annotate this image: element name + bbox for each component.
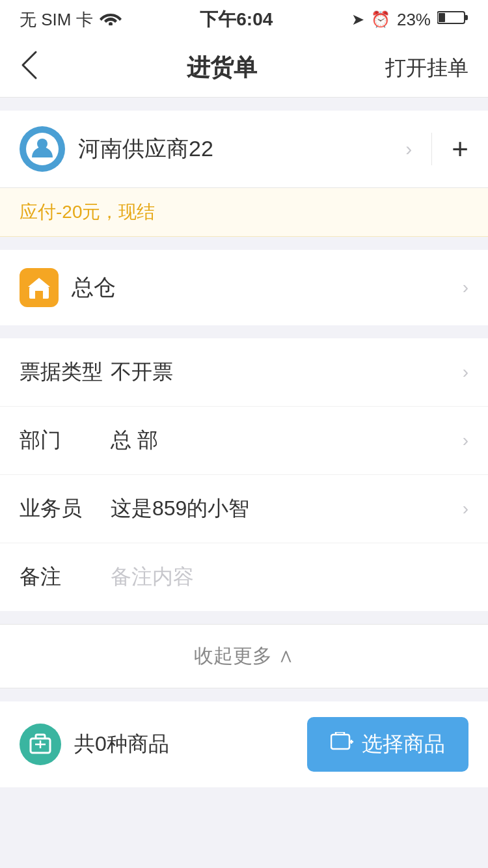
notice-bar: 应付-20元，现结	[0, 188, 488, 237]
product-count-label: 共0种商品	[74, 730, 294, 759]
department-value: 总 部	[111, 426, 463, 455]
select-product-button[interactable]: 选择商品	[307, 717, 468, 772]
supplier-name: 河南供应商22	[78, 134, 405, 164]
battery-icon	[437, 10, 468, 30]
department-chevron-icon: ›	[463, 430, 468, 451]
status-left: 无 SIM 卡	[20, 8, 122, 31]
svg-rect-11	[331, 735, 349, 749]
page-title: 进货单	[187, 52, 257, 84]
form-row-remark[interactable]: 备注 备注内容	[0, 543, 488, 611]
invoice-label: 票据类型	[20, 358, 111, 387]
wifi-icon	[100, 10, 122, 30]
salesperson-chevron-icon: ›	[463, 498, 468, 519]
nav-bar: 进货单 打开挂单	[0, 39, 488, 98]
invoice-value: 不开票	[111, 358, 463, 387]
back-button[interactable]	[20, 49, 59, 87]
open-pending-button[interactable]: 打开挂单	[385, 54, 468, 83]
supplier-vertical-divider	[431, 133, 432, 165]
salesperson-label: 业务员	[20, 495, 111, 523]
status-right: ➤ ⏰ 23%	[351, 10, 468, 30]
warehouse-icon	[20, 268, 59, 307]
person-icon	[31, 135, 54, 163]
svg-marker-6	[28, 278, 50, 287]
collapse-label: 收起更多 ∧	[194, 643, 293, 670]
warehouse-name: 总仓	[72, 273, 463, 303]
form-row-department[interactable]: 部门 总 部 ›	[0, 407, 488, 475]
location-icon: ➤	[351, 10, 364, 29]
form-section: 票据类型 不开票 › 部门 总 部 › 业务员 这是859的小智 › 备注 备注…	[0, 338, 488, 611]
select-product-label: 选择商品	[362, 730, 445, 759]
add-supplier-button[interactable]: +	[452, 135, 468, 163]
carrier-label: 无 SIM 卡	[20, 8, 93, 31]
invoice-chevron-icon: ›	[463, 362, 468, 383]
remark-input[interactable]: 备注内容	[111, 563, 468, 591]
alarm-icon: ⏰	[371, 10, 390, 29]
notice-text: 应付-20元，现结	[20, 202, 155, 222]
supplier-chevron-icon: ›	[405, 138, 412, 160]
svg-rect-3	[439, 13, 445, 22]
remark-label: 备注	[20, 563, 111, 591]
top-divider	[0, 98, 488, 111]
form-row-invoice[interactable]: 票据类型 不开票 ›	[0, 338, 488, 407]
warehouse-chevron-icon: ›	[463, 277, 468, 298]
collapse-button[interactable]: 收起更多 ∧	[0, 624, 488, 688]
svg-point-0	[109, 22, 113, 25]
svg-rect-7	[35, 291, 43, 299]
warehouse-section[interactable]: 总仓 ›	[0, 250, 488, 325]
product-icon	[20, 724, 61, 765]
form-row-salesperson[interactable]: 业务员 这是859的小智 ›	[0, 475, 488, 543]
status-bar: 无 SIM 卡 下午6:04 ➤ ⏰ 23%	[0, 0, 488, 39]
svg-rect-2	[465, 15, 468, 20]
supplier-avatar	[20, 126, 65, 172]
time-label: 下午6:04	[200, 7, 273, 32]
select-product-icon	[331, 732, 354, 757]
supplier-section[interactable]: 河南供应商22 › +	[0, 111, 488, 188]
battery-label: 23%	[397, 10, 431, 30]
rest-area	[0, 787, 488, 868]
department-label: 部门	[20, 426, 111, 455]
bottom-bar: 共0种商品 选择商品	[0, 701, 488, 787]
salesperson-value: 这是859的小智	[111, 495, 463, 523]
